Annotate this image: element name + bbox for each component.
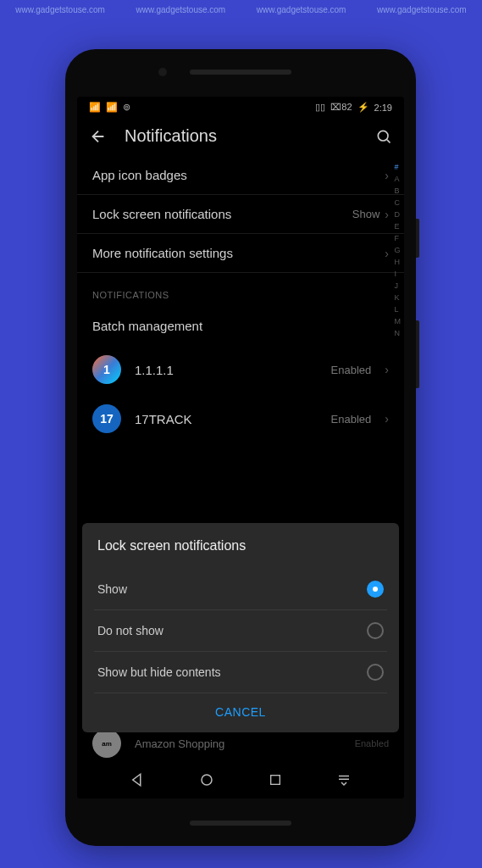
watermark-text: www.gadgetstouse.com [257, 5, 346, 14]
alpha-index-letter[interactable]: H [395, 258, 402, 266]
recents-button[interactable] [269, 773, 282, 787]
back-button[interactable] [130, 772, 145, 787]
volume-button [416, 320, 419, 388]
svg-point-1 [202, 775, 212, 785]
page-title: Notifications [125, 126, 358, 146]
phone-camera [158, 68, 167, 76]
alpha-index-letter[interactable]: J [395, 281, 402, 290]
alpha-index-letter[interactable]: L [395, 305, 402, 314]
svg-point-0 [378, 131, 388, 141]
alpha-index-letter[interactable]: D [395, 210, 402, 219]
alpha-index-letter[interactable]: B [395, 186, 402, 195]
radio-indicator [367, 622, 384, 639]
dialog-title: Lock screen notifications [94, 538, 387, 554]
section-header: NOTIFICATIONS [77, 273, 404, 307]
app-icon-1111: 1 [92, 355, 121, 384]
screen: 📶 📶 ⊚ ▯▯ ⌧82 ⚡ 2:19 Notifications #ABCDE… [77, 97, 404, 798]
radio-indicator [367, 664, 384, 681]
watermark-text: www.gadgetstouse.com [136, 5, 226, 14]
radio-option-show-hide-contents[interactable]: Show but hide contents [94, 652, 387, 693]
setting-more-notification-settings[interactable]: More notification settings › [77, 234, 404, 273]
chevron-right-icon: › [385, 247, 389, 260]
alpha-index-letter[interactable]: F [395, 234, 402, 242]
alpha-index-letter[interactable]: G [395, 246, 402, 254]
setting-label: Lock screen notifications [92, 207, 231, 221]
phone-speaker-bottom [190, 821, 291, 826]
signal-icon: 📶 [89, 102, 101, 113]
app-name: 1.1.1.1 [135, 363, 318, 377]
alpha-scroll-index[interactable]: #ABCDEFGHIJKLMN [395, 163, 402, 337]
chevron-right-icon: › [385, 412, 389, 426]
watermark-bar: www.gadgetstouse.com www.gadgetstouse.co… [0, 0, 482, 19]
clock-text: 2:19 [374, 103, 392, 113]
app-status: Enabled [331, 364, 372, 376]
alpha-index-letter[interactable]: C [395, 198, 402, 207]
alpha-index-letter[interactable]: I [395, 270, 402, 278]
app-name: 17TRACK [135, 412, 318, 426]
radio-label: Do not show [97, 624, 163, 637]
svg-rect-2 [271, 776, 280, 785]
radio-option-show[interactable]: Show [94, 569, 387, 610]
radio-label: Show but hide contents [97, 665, 221, 679]
lock-screen-dialog: Lock screen notifications Show Do not sh… [82, 523, 399, 732]
status-bar: 📶 📶 ⊚ ▯▯ ⌧82 ⚡ 2:19 [77, 97, 404, 116]
search-icon[interactable] [375, 128, 392, 145]
setting-app-icon-badges[interactable]: App icon badges › [77, 156, 404, 195]
power-button [416, 219, 419, 258]
status-right: ▯▯ ⌧82 ⚡ 2:19 [315, 102, 392, 113]
phone-speaker-top [190, 70, 291, 75]
chevron-right-icon: › [385, 363, 389, 376]
app-status: Enabled [331, 413, 372, 426]
back-icon[interactable] [89, 127, 108, 146]
app-icon-17track: 17 [92, 404, 121, 433]
app-icon-amazon: am [92, 729, 121, 758]
setting-label: App icon badges [92, 168, 187, 182]
radio-label: Show [97, 582, 127, 596]
phone-frame: 📶 📶 ⊚ ▯▯ ⌧82 ⚡ 2:19 Notifications #ABCDE… [65, 49, 416, 846]
watermark-text: www.gadgetstouse.com [377, 5, 467, 14]
alpha-index-letter[interactable]: A [395, 175, 402, 183]
setting-value: › [385, 169, 389, 182]
status-left: 📶 📶 ⊚ [89, 102, 130, 113]
setting-lock-screen-notifications[interactable]: Lock screen notifications Show› [77, 195, 404, 234]
alpha-index-letter[interactable]: M [395, 317, 402, 326]
chevron-right-icon: › [385, 208, 389, 221]
app-item[interactable]: 17 17TRACK Enabled › [77, 394, 404, 443]
setting-label: Batch management [92, 319, 202, 333]
alpha-index-letter[interactable]: N [395, 329, 402, 337]
expand-button[interactable] [336, 772, 352, 787]
vibrate-icon: ▯▯ [315, 102, 325, 113]
setting-label: More notification settings [92, 246, 233, 260]
setting-value: › [385, 247, 389, 260]
batch-management[interactable]: Batch management [77, 307, 404, 345]
chevron-right-icon: › [385, 169, 389, 182]
hotspot-icon: ⊚ [123, 102, 130, 113]
cancel-button[interactable]: CANCEL [94, 693, 387, 726]
setting-value: Show› [352, 208, 389, 221]
alpha-index-letter[interactable]: K [395, 293, 402, 302]
home-button[interactable] [199, 772, 214, 787]
alpha-index-letter[interactable]: # [395, 163, 402, 171]
app-item[interactable]: 1 1.1.1.1 Enabled › [77, 345, 404, 394]
app-status: Enabled [355, 738, 389, 748]
radio-option-do-not-show[interactable]: Do not show [94, 610, 387, 652]
navigation-bar [77, 761, 404, 798]
watermark-text: www.gadgetstouse.com [15, 5, 105, 14]
battery-text: ⌧82 [330, 102, 352, 113]
alpha-index-letter[interactable]: E [395, 222, 402, 231]
signal-icon: 📶 [106, 102, 118, 113]
app-name: Amazon Shopping [135, 737, 341, 750]
charging-icon: ⚡ [357, 102, 369, 113]
header: Notifications [77, 116, 404, 156]
radio-indicator [367, 581, 384, 598]
content-area: #ABCDEFGHIJKLMN App icon badges › Lock s… [77, 156, 404, 443]
